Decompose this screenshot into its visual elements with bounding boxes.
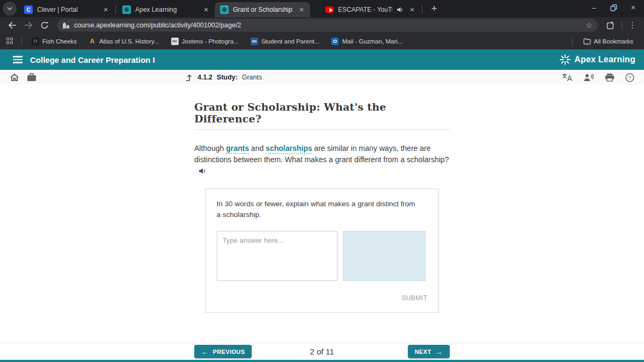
paragraph-text: and	[249, 144, 266, 153]
tab-apex-learning[interactable]: Apex Learning ×	[117, 2, 215, 17]
activity-name: Grants	[242, 74, 262, 81]
answer-hint-box	[343, 231, 426, 281]
side-panel-icon[interactable]	[603, 18, 617, 32]
activity-toolbar: 4.1.2 Study: Grants ?	[0, 70, 644, 85]
page-indicator: 2 of 11	[310, 347, 334, 356]
course-title: College and Career Preparation I	[30, 55, 155, 64]
close-tab-icon[interactable]: ×	[408, 5, 416, 14]
bookmarks-bar: Fish Cheeks A Atlas of U.S. History... P…	[0, 33, 644, 49]
chevron-down-icon	[7, 7, 12, 10]
close-tab-icon[interactable]: ×	[202, 5, 210, 14]
intro-paragraph: Although grants and scholarships are sim…	[194, 143, 450, 177]
tab-title: Grant or Scholarship: What's th	[233, 6, 293, 13]
svg-text:?: ?	[628, 75, 631, 81]
book-icon	[32, 38, 39, 45]
site-info-icon[interactable]	[62, 22, 70, 29]
tab-audio-icon[interactable]	[397, 6, 404, 13]
bookmarks-divider	[572, 37, 573, 46]
activity-breadcrumb: 4.1.2 Study: Grants	[185, 73, 262, 82]
speaker-icon[interactable]	[199, 168, 207, 175]
close-tab-icon[interactable]: ×	[101, 5, 110, 14]
tab-title: Apex Learning	[135, 6, 197, 13]
close-window-icon[interactable]: ×	[631, 3, 635, 12]
previous-label: PREVIOUS	[213, 349, 245, 355]
bookmark-label: Atlas of U.S. History...	[99, 38, 159, 45]
scholarships-link[interactable]: scholarships	[266, 144, 312, 154]
all-bookmarks-label: All Bookmarks	[594, 38, 634, 45]
left-arrow-icon: ←	[201, 347, 209, 356]
activity-code: 4.1.2	[197, 74, 213, 81]
bookmarks-divider	[21, 37, 22, 46]
activity-type: Study:	[217, 74, 238, 81]
course-header: College and Career Preparation I Apex Le…	[0, 49, 644, 70]
bottom-accent-strip	[0, 360, 644, 362]
apex-learning-logo: Apex Learning	[559, 54, 635, 66]
brand-text: Apex Learning	[574, 55, 635, 64]
right-arrow-icon: →	[435, 347, 443, 356]
tab-youtube[interactable]: ESCAPATE - YouTube ×	[320, 2, 421, 17]
pagination-footer: ← PREVIOUS NEXT → 2 of 11	[0, 343, 644, 360]
bookmark-sis[interactable]: SIS Student and Parent...	[246, 38, 324, 45]
browser-menu-icon[interactable]: ⋮	[626, 20, 639, 30]
bookmark-star-icon[interactable]: ☆	[586, 21, 592, 30]
page-title: Grant or Scholarship: What's the Differe…	[194, 101, 450, 125]
grants-link[interactable]: grants	[226, 144, 249, 154]
youtube-favicon-icon	[325, 6, 334, 13]
bookmark-atlas[interactable]: A Atlas of U.S. History...	[84, 38, 164, 45]
tab-title: ESCAPATE - YouTube	[338, 6, 392, 13]
tab-divider	[115, 5, 116, 14]
question-prompt: In 30 words or fewer, explain what makes…	[217, 199, 421, 220]
question-card: In 30 words or fewer, explain what makes…	[206, 189, 439, 313]
forward-icon[interactable]	[21, 18, 35, 32]
toolbar-divider	[621, 21, 622, 30]
minimize-window-icon[interactable]: –	[592, 3, 596, 12]
tab-grant-or-scholarship-active[interactable]: Grant or Scholarship: What's th ×	[215, 2, 310, 17]
paragraph-text: Although	[194, 144, 226, 153]
bookmark-label: Jostens - Photogra...	[182, 38, 239, 45]
translate-icon[interactable]	[562, 73, 573, 82]
title-divider	[194, 129, 450, 130]
new-tab-button[interactable]: +	[428, 3, 441, 15]
tab-title: Clever | Portal	[37, 6, 97, 13]
next-label: NEXT	[415, 349, 431, 355]
return-up-icon[interactable]	[185, 73, 193, 82]
sis-icon: SIS	[251, 38, 258, 45]
address-bar[interactable]: course.apexlearning.com/public/activity/…	[57, 19, 598, 32]
jostens-pix-icon: PIX	[171, 38, 179, 45]
browser-toolbar: course.apexlearning.com/public/activity/…	[0, 17, 644, 33]
home-icon[interactable]	[10, 73, 19, 82]
clever-favicon-icon: C	[24, 5, 33, 14]
tab-clever-portal[interactable]: C Clever | Portal ×	[19, 2, 114, 17]
bookmark-outlook-mail[interactable]: O Mail - Guzman, Mari...	[327, 38, 407, 45]
atlas-a-icon: A	[89, 38, 96, 45]
tab-divider	[422, 5, 422, 14]
previous-button[interactable]: ← PREVIOUS	[194, 345, 252, 358]
url-text[interactable]: course.apexlearning.com/public/activity/…	[74, 21, 581, 29]
bookmark-jostens[interactable]: PIX Jostens - Photogra...	[167, 38, 243, 45]
next-button[interactable]: NEXT →	[408, 345, 450, 358]
course-menu-icon[interactable]	[13, 56, 23, 63]
print-icon[interactable]	[605, 73, 614, 82]
read-aloud-icon[interactable]	[583, 73, 594, 82]
restore-window-icon[interactable]	[610, 4, 617, 11]
help-icon[interactable]: ?	[625, 73, 634, 82]
answer-input[interactable]	[217, 231, 338, 281]
briefcase-icon[interactable]	[27, 73, 36, 82]
apps-grid-icon[interactable]	[6, 38, 14, 45]
apex-favicon-icon	[220, 5, 229, 14]
all-bookmarks-button[interactable]: All Bookmarks	[579, 38, 638, 45]
browser-window: C Clever | Portal × Apex Learning × Gran…	[0, 0, 644, 362]
apex-favicon-icon	[122, 5, 131, 14]
back-icon[interactable]	[5, 18, 19, 32]
submit-button[interactable]: SUBMIT	[401, 294, 427, 302]
bookmark-label: Student and Parent...	[261, 38, 320, 45]
tab-search-button[interactable]	[3, 2, 17, 16]
bookmark-label: Mail - Guzman, Mari...	[342, 38, 402, 45]
bookmark-fish-cheeks[interactable]: Fish Cheeks	[27, 38, 81, 45]
close-tab-icon[interactable]: ×	[297, 5, 306, 14]
window-controls: – ×	[592, 3, 644, 14]
folder-icon	[583, 38, 591, 45]
lesson-content: Grant or Scholarship: What's the Differe…	[0, 85, 644, 343]
apex-sunburst-icon	[559, 54, 571, 66]
reload-icon[interactable]	[38, 18, 52, 32]
